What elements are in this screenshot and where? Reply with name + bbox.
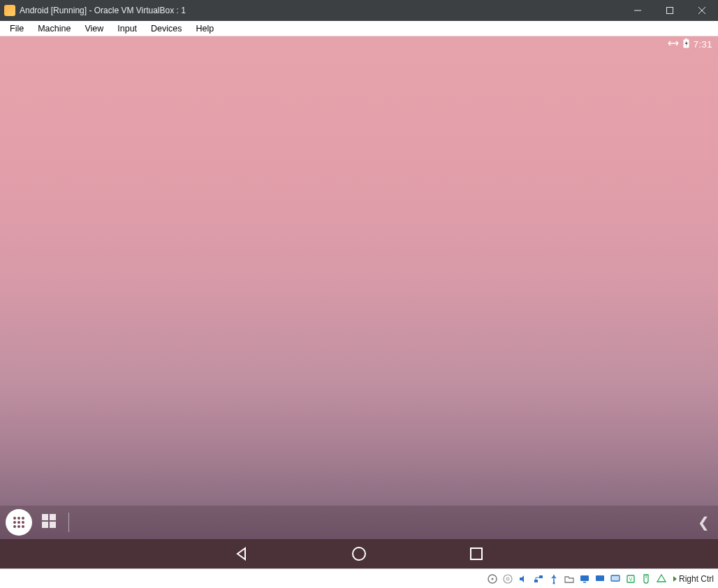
- android-taskbar: ❮: [0, 506, 718, 539]
- host-key-indicator[interactable]: Right Ctrl: [671, 574, 714, 584]
- svg-point-9: [13, 521, 16, 524]
- svg-rect-15: [42, 514, 48, 520]
- battery-charging-icon: [683, 38, 689, 50]
- nav-overview-button[interactable]: [467, 544, 486, 564]
- svg-rect-28: [580, 575, 589, 581]
- svg-rect-20: [471, 548, 482, 559]
- svg-point-12: [13, 525, 16, 528]
- status-clock: 7:31: [694, 39, 712, 50]
- svg-rect-29: [583, 582, 586, 583]
- svg-point-27: [552, 582, 555, 584]
- mouse-integration-indicator-icon[interactable]: [640, 573, 652, 585]
- host-key-label: Right Ctrl: [679, 574, 714, 584]
- virtualization-indicator-icon[interactable]: V: [624, 573, 637, 585]
- nav-home-button[interactable]: [349, 544, 369, 564]
- window-title: Android [Running] - Oracle VM VirtualBox…: [20, 6, 186, 15]
- usb-indicator-icon[interactable]: [548, 573, 560, 585]
- virtualbox-app-icon: [4, 5, 15, 16]
- minimize-icon: [634, 7, 641, 14]
- expand-icon: [668, 39, 679, 50]
- svg-point-10: [17, 521, 20, 524]
- recent-apps-grid-button[interactable]: [41, 513, 57, 532]
- svg-point-22: [491, 578, 493, 580]
- hard-disk-indicator-icon[interactable]: [486, 573, 499, 585]
- svg-point-6: [13, 517, 16, 520]
- taskbar-divider: [68, 513, 69, 532]
- menu-view[interactable]: View: [78, 22, 110, 35]
- svg-rect-1: [667, 8, 673, 14]
- close-button[interactable]: [686, 0, 718, 21]
- svg-rect-18: [50, 522, 56, 528]
- svg-rect-16: [50, 514, 56, 520]
- menu-input[interactable]: Input: [110, 22, 144, 35]
- svg-rect-5: [685, 38, 687, 40]
- svg-rect-17: [42, 522, 48, 528]
- triangle-back-icon: [234, 546, 249, 561]
- network-indicator-icon[interactable]: [532, 573, 545, 585]
- svg-point-23: [504, 575, 512, 583]
- svg-point-19: [353, 547, 365, 560]
- svg-point-24: [506, 578, 509, 580]
- svg-point-11: [22, 521, 24, 524]
- menu-devices[interactable]: Devices: [144, 22, 189, 35]
- circle-home-icon: [351, 545, 367, 562]
- maximize-button[interactable]: [654, 0, 686, 21]
- hostkey-arrow-icon: [673, 576, 677, 582]
- square-overview-icon: [469, 547, 483, 561]
- recording-indicator-icon[interactable]: [594, 573, 606, 585]
- maximize-icon: [666, 7, 673, 14]
- keyboard-indicator-icon[interactable]: [655, 573, 668, 585]
- svg-point-14: [22, 525, 24, 528]
- apps-grid-icon: [12, 515, 26, 529]
- close-icon: [698, 7, 705, 14]
- nav-back-button[interactable]: [232, 544, 251, 564]
- grid-tiles-icon: [41, 513, 57, 529]
- menu-machine[interactable]: Machine: [31, 22, 78, 35]
- vrde-indicator-icon[interactable]: [609, 573, 622, 585]
- shared-folders-indicator-icon[interactable]: [563, 573, 576, 585]
- taskbar-tray-handle[interactable]: ❮: [698, 514, 712, 531]
- menu-help[interactable]: Help: [189, 22, 221, 35]
- svg-rect-25: [534, 580, 538, 582]
- svg-point-7: [17, 517, 20, 520]
- svg-rect-30: [596, 575, 604, 581]
- window-titlebar: Android [Running] - Oracle VM VirtualBox…: [0, 0, 718, 21]
- svg-rect-32: [611, 575, 620, 581]
- android-status-bar[interactable]: 7:31: [0, 36, 718, 52]
- menubar: File Machine View Input Devices Help: [0, 21, 718, 36]
- android-navigation-bar: [0, 539, 718, 568]
- svg-point-8: [22, 517, 24, 520]
- svg-point-13: [17, 525, 20, 528]
- menu-file[interactable]: File: [3, 22, 31, 35]
- app-drawer-button[interactable]: [6, 509, 32, 536]
- display-indicator-icon[interactable]: [578, 573, 591, 585]
- optical-disk-indicator-icon[interactable]: [501, 573, 514, 585]
- minimize-button[interactable]: [622, 0, 654, 21]
- svg-text:V: V: [629, 577, 633, 582]
- virtualbox-status-bar: V Right Ctrl: [0, 568, 718, 588]
- audio-indicator-icon[interactable]: [517, 573, 529, 585]
- android-guest-display[interactable]: 7:31 ❮: [0, 36, 718, 568]
